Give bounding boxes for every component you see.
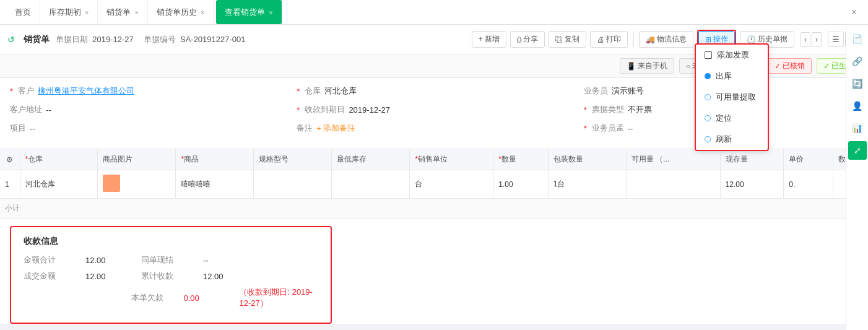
- square-icon: [705, 51, 712, 59]
- doc-icon: ↺: [7, 35, 15, 45]
- payment-row-1: 金额合计 12.00 同单现结 --: [24, 254, 318, 266]
- sidebar-refresh-icon[interactable]: 🔄: [848, 74, 867, 93]
- row-available: [626, 170, 720, 199]
- product-table-container: ⚙ *仓库 商品图片 *商品 规格型号 最低库存 *销售单位 *数量 包装数量 …: [0, 149, 868, 219]
- row-warehouse: 河北仓库: [20, 170, 98, 199]
- tab-home[interactable]: 首页: [6, 0, 40, 24]
- operation-dropdown: 添加发票 出库 可用量提取 定位 刷新: [695, 43, 769, 151]
- menu-refresh[interactable]: 刷新: [696, 129, 768, 150]
- ticket-type-value: 不开票: [628, 104, 652, 115]
- close-tab-sales-history[interactable]: ×: [201, 9, 204, 16]
- col-spec: 规格型号: [254, 149, 332, 170]
- product-table: ⚙ *仓库 商品图片 *商品 规格型号 最低库存 *销售单位 *数量 包装数量 …: [0, 149, 868, 219]
- owed-note: （收款到期日: 2019-12-27）: [239, 287, 318, 309]
- due-date-value: 2019-12-27: [349, 105, 390, 115]
- logistics-button[interactable]: 🚚 物流信息: [639, 31, 693, 48]
- sidebar-chart-icon[interactable]: 📊: [848, 119, 867, 137]
- plus-icon: +: [316, 124, 321, 133]
- payment-row-2: 成交金额 12.00 累计收款 12.00: [24, 271, 318, 282]
- circle-icon: ○: [686, 62, 690, 71]
- col-img: 商品图片: [98, 149, 176, 170]
- close-tab-stock-init[interactable]: ×: [85, 9, 89, 16]
- toolbar-actions: + 新增 ⎙ 分享 ⿻ 复制 🖨 打印 🚚 物流信息 ⊞ 操作: [472, 30, 861, 49]
- from-phone-button[interactable]: 📱 来自手机: [620, 58, 674, 74]
- doc-title-area: ↺ 销货单 单据日期 2019-12-27 单据编号 SA-20191227-0…: [7, 34, 472, 45]
- right-sidebar: 📄 🔗 🔄 👤 📊 ⤢: [846, 25, 868, 330]
- due-date-field: * 收款到期日 2019-12-27: [297, 104, 571, 115]
- list-view-button[interactable]: ☰: [828, 32, 844, 47]
- add-note-button[interactable]: + 添加备注: [316, 123, 355, 134]
- menu-add-invoice[interactable]: 添加发票: [696, 45, 768, 66]
- no-label: 单据编号 SA-20191227-001: [144, 34, 246, 45]
- staff-value: 演示账号: [612, 85, 644, 97]
- tab-bar: 首页 库存期初 × 销货单 × 销货单历史 × 查看销货单 × ×: [0, 0, 868, 25]
- product-image: [103, 175, 120, 192]
- payment-title: 收款信息: [24, 236, 318, 247]
- menu-outbound[interactable]: 出库: [696, 66, 768, 87]
- tab-sales-history[interactable]: 销货单历史 ×: [148, 0, 214, 24]
- col-available: 可用量 （...: [626, 149, 720, 170]
- sidebar-expand-icon[interactable]: ⤢: [848, 141, 867, 160]
- phone-icon: 📱: [627, 62, 636, 71]
- check-circle-icon2: ✓: [823, 62, 830, 71]
- customer-field: * 客户 柳州粤港平安气体有限公司: [10, 85, 284, 97]
- sidebar-doc-icon[interactable]: 📄: [848, 30, 867, 48]
- share-icon: ⎙: [517, 35, 521, 44]
- no-value: SA-20191227-001: [180, 35, 246, 44]
- add-button[interactable]: + 新增: [472, 31, 506, 48]
- project-value: --: [30, 124, 35, 133]
- col-current: 现存量: [720, 149, 784, 170]
- close-tab-view-sales[interactable]: ×: [269, 9, 272, 16]
- owed-value: 0.00: [183, 293, 220, 303]
- col-warehouse: *仓库: [20, 149, 98, 170]
- row-price: 0.: [784, 170, 833, 199]
- sidebar-link-icon[interactable]: 🔗: [848, 52, 867, 71]
- sidebar-user-icon[interactable]: 👤: [848, 97, 867, 115]
- menu-locate[interactable]: 定位: [696, 108, 768, 129]
- col-settings[interactable]: ⚙: [0, 149, 20, 170]
- note-field: 备注 + 添加备注: [297, 123, 571, 134]
- row-no: 1: [0, 170, 20, 199]
- subtotal-label: 小计: [0, 199, 868, 219]
- dot-outline-icon: [705, 94, 711, 100]
- dot-outline-icon2: [705, 115, 711, 121]
- row-current: 12.00: [720, 170, 784, 199]
- next-arrow[interactable]: ›: [812, 32, 822, 47]
- close-tab-sales[interactable]: ×: [134, 9, 138, 16]
- row-qty: 1.00: [493, 170, 549, 199]
- staff2-value: --: [628, 124, 633, 133]
- window-close-button[interactable]: ×: [846, 4, 862, 20]
- tab-view-sales[interactable]: 查看销货单 ×: [216, 0, 282, 24]
- cumulative-value: 12.00: [203, 272, 240, 281]
- customer-value[interactable]: 柳州粤港平安气体有限公司: [38, 85, 134, 97]
- col-product: *商品: [176, 149, 254, 170]
- tab-stock-init[interactable]: 库存期初 ×: [40, 0, 98, 24]
- print-icon: 🖨: [597, 35, 604, 44]
- print-button[interactable]: 🖨 打印: [590, 31, 628, 48]
- row-spec: [254, 170, 332, 199]
- deal-label: 成交金额: [24, 271, 67, 282]
- payment-section: 收款信息 金额合计 12.00 同单现结 -- 成交金额 12.00 累计收款 …: [10, 226, 332, 324]
- total-value: 12.00: [85, 256, 123, 265]
- nav-arrows: ‹ ›: [801, 32, 822, 47]
- sold-badge: ✓ 已核销: [768, 58, 812, 74]
- warehouse-field: * 仓库 河北仓库: [297, 85, 571, 97]
- menu-available-extract[interactable]: 可用量提取: [696, 87, 768, 108]
- copy-button[interactable]: ⿻ 复制: [549, 31, 586, 48]
- deal-value: 12.00: [85, 272, 123, 281]
- dot-outline-icon3: [705, 136, 711, 142]
- doc-meta: 单据日期 2019-12-27 单据编号 SA-20191227-001: [56, 34, 246, 45]
- col-unit: *销售单位: [410, 149, 493, 170]
- truck-icon: 🚚: [646, 35, 655, 44]
- address-field: 客户地址 --: [10, 104, 284, 115]
- project-field: 项目 --: [10, 123, 284, 134]
- tab-sales[interactable]: 销货单 ×: [98, 0, 147, 24]
- warehouse-value: 河北仓库: [324, 85, 357, 97]
- doc-name: 销货单: [24, 34, 50, 45]
- col-min-stock: 最低库存: [332, 149, 410, 170]
- share-button[interactable]: ⎙ 分享: [510, 31, 545, 48]
- prev-arrow[interactable]: ‹: [801, 32, 810, 47]
- row-product: 嘻嘻嘻嘻: [176, 170, 254, 199]
- check-circle-icon: ✓: [775, 62, 781, 71]
- cumulative-label: 累计收款: [141, 271, 184, 282]
